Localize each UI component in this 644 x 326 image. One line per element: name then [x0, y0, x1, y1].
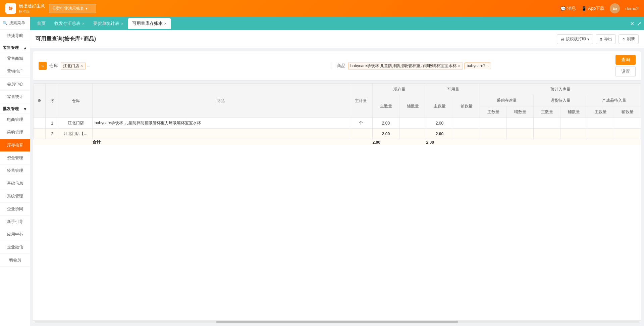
app-download-label: App下载	[588, 5, 604, 11]
sidebar-item-retail-management[interactable]: 零售管理 ▲	[0, 42, 30, 52]
warehouse-filter-label: 仓库	[49, 63, 58, 69]
sidebar-item-quick-nav[interactable]: 快捷导航	[0, 30, 30, 42]
th-purchase-transit-main: 主数量	[480, 106, 507, 118]
product-tag-1: babycare学饮杯 儿童防摔防撞吸管杯重力球吸嘴杯宝宝水杯 ✕	[348, 62, 463, 70]
export-icon: ⬆	[599, 37, 603, 42]
cell-prod-aux-1	[614, 118, 641, 129]
cell-goods-aux-1	[560, 118, 587, 129]
warehouse-more[interactable]: ...	[87, 63, 90, 68]
table-row: 1 江北门店 babycare学饮杯 儿童防摔防撞吸管杯重力球吸嘴杯宝宝水杯 个…	[34, 118, 641, 129]
sidebar-item-basic-info[interactable]: 基础信息	[0, 177, 30, 190]
sidebar-item-guide[interactable]: 新手引导	[0, 216, 30, 228]
logo-subtitle: 标准版	[19, 9, 45, 14]
sidebar-item-member[interactable]: 畅会员	[0, 254, 30, 267]
tab-requisition[interactable]: 要货单统计表 ✕	[89, 18, 127, 29]
sidebar-item-system[interactable]: 系统管理	[0, 190, 30, 203]
cell-goods-aux-2	[560, 129, 587, 139]
tab-available-inventory[interactable]: 可用量库存账本 ✕	[128, 18, 171, 29]
tab-home[interactable]: 首页	[33, 18, 50, 29]
sidebar-item-member-center[interactable]: 会员中心	[0, 78, 30, 91]
filter-expand-button[interactable]: »	[39, 62, 47, 70]
sidebar-item-wholesale-management[interactable]: 批发管理 ▼	[0, 103, 30, 113]
avatar[interactable]: Ea	[610, 3, 620, 13]
cell-prod-main-1	[587, 118, 614, 129]
message-button[interactable]: 💬 消息	[560, 5, 576, 11]
close-all-button[interactable]: ✕	[630, 20, 634, 27]
th-settings[interactable]: ⚙	[34, 84, 46, 118]
summary-avail-aux	[453, 139, 480, 145]
th-planned-in: 预计入库量	[480, 84, 641, 95]
summary-avail-main: 2.00	[426, 139, 453, 145]
scrollbar-thumb[interactable]	[216, 321, 458, 323]
horizontal-scrollbar[interactable]	[33, 320, 641, 323]
summary-row: 合计 2.00 2.00	[34, 139, 641, 145]
sidebar-item-retail-stats[interactable]: 零售统计	[0, 91, 30, 103]
retail-management-label: 零售管理	[3, 45, 19, 51]
cell-num-1: 1	[46, 118, 59, 129]
th-production-pending: 产成品待入量	[587, 95, 641, 106]
sidebar-item-app-center[interactable]: 应用中心	[0, 228, 30, 241]
sidebar-item-finance[interactable]: 资金管理	[0, 152, 30, 165]
cell-goods-main-1	[534, 118, 560, 129]
tab-bar-right: ✕ ⤢	[630, 20, 641, 27]
th-current-stock: 现存量	[373, 84, 426, 95]
summary-label: 合计	[93, 139, 349, 145]
th-available-aux: 辅数量	[453, 95, 480, 118]
cell-settings-1	[34, 118, 46, 129]
th-production-main: 主数量	[587, 106, 614, 118]
main-layout: 🔍 搜索菜单 快捷导航 零售管理 ▲ 零售商城 营销推广 会员中心 零售统计 批…	[0, 17, 644, 326]
th-main-unit: 主计量	[349, 84, 373, 118]
cell-goods-main-2	[534, 129, 560, 139]
cell-avail-main-1: 2.00	[426, 118, 453, 129]
sidebar-item-operations[interactable]: 经营管理	[0, 165, 30, 177]
tab-available-inventory-label: 可用量库存账本	[132, 20, 163, 27]
sidebar-item-wechat[interactable]: 企业微信	[0, 241, 30, 254]
th-available: 可用量	[426, 84, 480, 95]
app-download-button[interactable]: 📱 App下载	[581, 5, 604, 11]
summary-prod-aux	[614, 139, 641, 145]
chevron-icon: ▲	[23, 46, 27, 50]
operations-label: 经营管理	[7, 168, 23, 173]
tab-receipt-summary[interactable]: 收发存汇总表 ✕	[50, 18, 89, 29]
tab-requisition-close[interactable]: ✕	[121, 22, 123, 26]
query-button[interactable]: 查询	[615, 55, 636, 65]
logo-text-block: 畅捷通好生意 标准版	[19, 3, 45, 14]
th-product: 商品	[93, 84, 349, 118]
tab-available-inventory-close[interactable]: ✕	[164, 22, 167, 26]
template-print-button[interactable]: 🖨 按模板打印 ▾	[557, 34, 593, 44]
cell-prod-aux-2	[614, 129, 641, 139]
summary-goods-aux	[560, 139, 587, 145]
product-tag-1-close[interactable]: ✕	[458, 64, 461, 68]
export-button[interactable]: ⬆ 导出	[596, 34, 616, 44]
cell-purchase-main-1	[480, 118, 507, 129]
summary-current-main: 2.00	[373, 139, 399, 145]
username[interactable]: demo2	[625, 6, 639, 11]
warehouse-tag-close[interactable]: ✕	[80, 64, 83, 68]
sidebar-item-retail-mall[interactable]: 零售商城	[0, 52, 30, 65]
sidebar-item-purchase[interactable]: 采购管理	[0, 126, 30, 139]
sidebar-item-enterprise[interactable]: 企业协同	[0, 203, 30, 216]
sidebar-search[interactable]: 🔍 搜索菜单	[0, 17, 30, 30]
tab-receipt-summary-close[interactable]: ✕	[82, 22, 85, 26]
th-available-main: 主数量	[426, 95, 453, 118]
chevron-down-icon-print: ▾	[587, 37, 589, 42]
refresh-button[interactable]: ↻ 刷新	[619, 34, 639, 44]
logo: 好 畅捷通好生意 标准版	[5, 3, 45, 14]
enterprise-label: 企业协同	[7, 206, 23, 211]
scrollbar-track	[35, 321, 640, 323]
product-tag-2-value: babycare?...	[467, 63, 489, 68]
setting-button[interactable]: 设置	[615, 66, 636, 77]
product-filter-label: 商品	[337, 63, 345, 69]
member-label: 畅会员	[9, 258, 21, 262]
cell-num-2: 2	[46, 129, 59, 139]
purchase-label: 采购管理	[7, 130, 23, 135]
sidebar-item-marketing[interactable]: 营销推广	[0, 65, 30, 78]
maximize-button[interactable]: ⤢	[637, 20, 641, 27]
quick-nav-label: 快捷导航	[7, 33, 23, 38]
summary-current-aux	[399, 139, 426, 145]
sidebar-item-inventory[interactable]: 库存核算	[0, 139, 30, 152]
industry-selector[interactable]: 母婴行业演示账套 ▾	[49, 4, 96, 13]
page-title: 可用量查询(按仓库+商品)	[36, 36, 96, 47]
th-warehouse: 仓库	[59, 84, 93, 118]
sidebar-item-ecommerce[interactable]: 电商管理	[0, 113, 30, 126]
